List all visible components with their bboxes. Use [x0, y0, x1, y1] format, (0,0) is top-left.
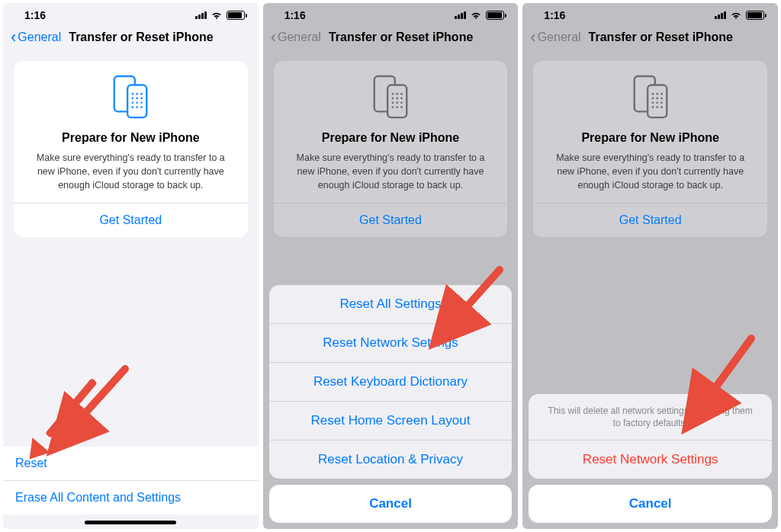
home-indicator[interactable] [85, 521, 176, 524]
prepare-card: Prepare for New iPhone Make sure everyth… [14, 61, 248, 237]
sheet-confirm-group: This will delete all network settings, r… [529, 394, 772, 479]
devices-icon [286, 75, 496, 120]
svg-point-42 [656, 106, 658, 108]
chevron-left-icon: ‹ [11, 29, 16, 46]
battery-icon [227, 11, 245, 20]
svg-point-32 [651, 93, 654, 95]
screen-3: 1:16 ‹ General Transfer or Reset iPhone [522, 3, 778, 529]
page-title: Transfer or Reset iPhone [69, 30, 213, 44]
back-button: ‹ General [271, 29, 321, 46]
svg-point-12 [137, 106, 139, 108]
status-bar: 1:16 [263, 3, 519, 24]
wifi-icon [470, 11, 482, 20]
svg-point-7 [140, 98, 143, 100]
page-title: Transfer or Reset iPhone [589, 30, 733, 44]
svg-point-28 [400, 106, 403, 108]
signal-icon [715, 11, 726, 19]
svg-point-2 [132, 93, 134, 95]
get-started-button: Get Started [545, 204, 755, 237]
svg-point-17 [392, 93, 394, 95]
svg-rect-31 [648, 85, 667, 118]
get-started-button[interactable]: Get Started [26, 204, 236, 237]
svg-point-6 [137, 98, 139, 100]
svg-point-4 [140, 93, 143, 95]
svg-rect-16 [387, 85, 407, 118]
erase-row[interactable]: Erase All Content and Settings [3, 481, 259, 514]
svg-point-21 [396, 98, 398, 100]
svg-point-37 [660, 98, 663, 100]
svg-point-23 [392, 101, 394, 104]
cancel-button[interactable]: Cancel [269, 485, 513, 523]
screen-1: 1:16 ‹ General Transfer or Reset iPhone [3, 3, 259, 529]
reset-row[interactable]: Reset [3, 447, 259, 481]
battery-icon [486, 11, 504, 20]
back-label: General [18, 30, 61, 44]
svg-point-9 [137, 101, 139, 104]
devices-icon [545, 75, 755, 120]
svg-point-26 [392, 106, 394, 108]
cancel-button[interactable]: Cancel [529, 485, 772, 523]
svg-point-33 [656, 93, 658, 95]
get-started-button: Get Started [286, 204, 496, 237]
svg-point-43 [660, 106, 663, 108]
page-title: Transfer or Reset iPhone [329, 30, 473, 44]
svg-point-5 [132, 98, 134, 100]
reset-all-option[interactable]: Reset All Settings [269, 285, 513, 324]
back-button: ‹ General [530, 29, 580, 46]
card-heading: Prepare for New iPhone [26, 131, 236, 145]
status-indicators [715, 11, 764, 20]
svg-point-22 [400, 98, 403, 100]
prepare-card: Prepare for New iPhone Make sure everyth… [533, 61, 767, 237]
card-heading: Prepare for New iPhone [286, 131, 496, 145]
chevron-left-icon: ‹ [271, 29, 276, 46]
svg-point-25 [400, 101, 403, 104]
nav-header: ‹ General Transfer or Reset iPhone [522, 24, 778, 53]
status-bar: 1:16 [3, 3, 259, 24]
svg-rect-1 [127, 85, 146, 118]
svg-point-41 [651, 106, 654, 108]
devices-icon [26, 75, 236, 120]
screen-2: 1:16 ‹ General Transfer or Reset iPhone [263, 3, 519, 529]
wifi-icon [211, 11, 223, 20]
prepare-card: Prepare for New iPhone Make sure everyth… [274, 61, 508, 237]
status-indicators [455, 11, 504, 20]
svg-point-34 [660, 93, 663, 95]
status-time: 1:16 [284, 9, 306, 21]
nav-header: ‹ General Transfer or Reset iPhone [3, 24, 259, 53]
confirm-reset-network-button[interactable]: Reset Network Settings [529, 441, 772, 479]
status-bar: 1:16 [522, 3, 778, 24]
battery-icon [746, 11, 764, 20]
signal-icon [195, 11, 207, 19]
svg-point-20 [392, 98, 394, 100]
reset-location-option[interactable]: Reset Location & Privacy [269, 441, 513, 479]
card-body: Make sure everything's ready to transfer… [26, 151, 236, 203]
back-button[interactable]: ‹ General [11, 29, 61, 46]
reset-network-option[interactable]: Reset Network Settings [269, 324, 513, 363]
status-indicators [195, 11, 245, 20]
svg-point-36 [656, 98, 658, 100]
card-body: Make sure everything's ready to transfer… [286, 151, 496, 203]
card-heading: Prepare for New iPhone [545, 131, 755, 145]
confirm-message: This will delete all network settings, r… [529, 394, 772, 441]
status-time: 1:16 [24, 9, 46, 21]
chevron-left-icon: ‹ [530, 29, 535, 46]
back-label: General [538, 30, 581, 44]
reset-keyboard-option[interactable]: Reset Keyboard Dictionary [269, 363, 513, 402]
wifi-icon [730, 11, 742, 20]
svg-point-38 [651, 101, 654, 104]
svg-point-39 [656, 101, 658, 104]
signal-icon [455, 11, 466, 19]
svg-point-3 [137, 93, 139, 95]
svg-point-19 [400, 93, 403, 95]
back-label: General [278, 30, 321, 44]
svg-point-24 [396, 101, 398, 104]
bottom-actions: Reset Erase All Content and Settings [3, 447, 259, 514]
card-body: Make sure everything's ready to transfer… [545, 151, 755, 203]
reset-home-option[interactable]: Reset Home Screen Layout [269, 402, 513, 441]
svg-point-11 [132, 106, 134, 108]
status-time: 1:16 [544, 9, 565, 21]
svg-point-8 [132, 101, 134, 104]
svg-point-40 [660, 101, 663, 104]
reset-action-sheet: Reset All Settings Reset Network Setting… [269, 285, 513, 523]
nav-header: ‹ General Transfer or Reset iPhone [263, 24, 519, 53]
